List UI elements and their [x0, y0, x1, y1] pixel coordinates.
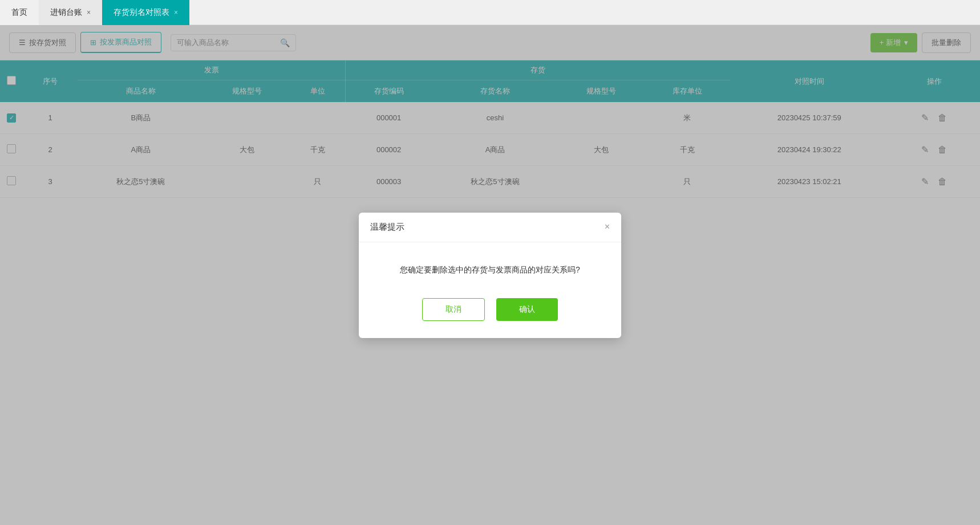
- tab-inventory-alias[interactable]: 存货别名对照表 ×: [102, 0, 189, 25]
- tab-home-label: 首页: [11, 7, 27, 18]
- main-content: ☰ 按存货对照 ⊞ 按发票商品对照 🔍 + 新增 ▾ 批量删除: [0, 25, 980, 525]
- tab-ledger[interactable]: 进销台账 ×: [39, 0, 102, 25]
- overlay: 温馨提示 × 您确定要删除选中的存货与发票商品的对应关系吗? 取消 确认: [0, 25, 980, 525]
- dialog-message: 您确定要删除选中的存货与发票商品的对应关系吗?: [400, 265, 580, 274]
- dialog: 温馨提示 × 您确定要删除选中的存货与发票商品的对应关系吗? 取消 确认: [359, 213, 621, 338]
- tab-home[interactable]: 首页: [0, 0, 39, 25]
- dialog-footer: 取消 确认: [359, 292, 621, 338]
- tab-inventory-alias-close[interactable]: ×: [174, 9, 178, 17]
- dialog-close-button[interactable]: ×: [605, 222, 610, 232]
- dialog-confirm-button[interactable]: 确认: [496, 298, 558, 321]
- dialog-header: 温馨提示 ×: [359, 213, 621, 242]
- tab-ledger-close[interactable]: ×: [87, 9, 91, 17]
- tab-inventory-alias-label: 存货别名对照表: [114, 7, 169, 18]
- dialog-body: 您确定要删除选中的存货与发票商品的对应关系吗?: [359, 242, 621, 292]
- dialog-cancel-button[interactable]: 取消: [422, 298, 485, 321]
- tab-ledger-label: 进销台账: [50, 7, 82, 18]
- tab-bar: 首页 进销台账 × 存货别名对照表 ×: [0, 0, 980, 25]
- dialog-title: 温馨提示: [370, 222, 404, 233]
